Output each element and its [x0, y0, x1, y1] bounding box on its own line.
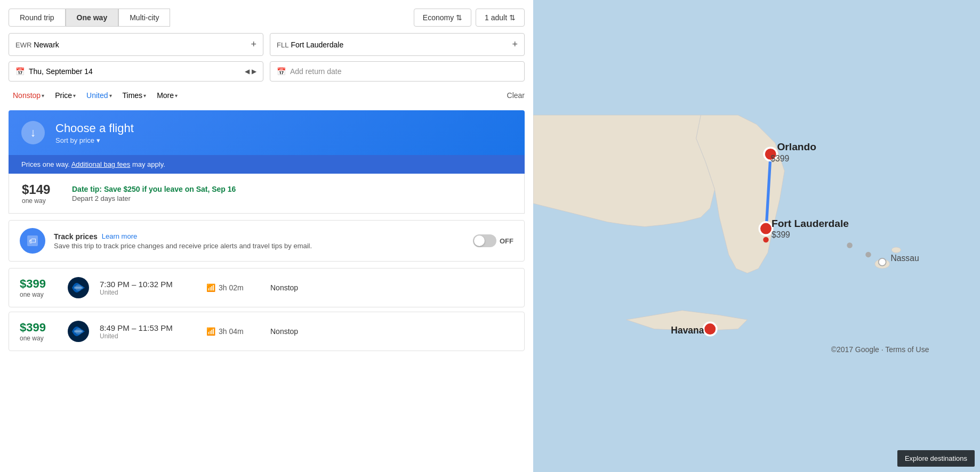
track-prices-title: Track prices [54, 232, 98, 241]
origin-add-icon[interactable]: + [251, 39, 256, 50]
date-tip-price: $149 [22, 182, 59, 197]
more-filter-arrow: ▾ [175, 93, 178, 99]
round-trip-button[interactable]: Round trip [9, 9, 66, 27]
track-prices-card: 🏷 Track prices Learn more Save this trip… [9, 220, 525, 262]
map-copyright: ©2017 Google · Terms of Use [831, 345, 929, 354]
times-filter-button[interactable]: Times ▾ [118, 89, 151, 102]
havana-label: Havana [671, 325, 704, 336]
times-filter-arrow: ▾ [143, 93, 146, 99]
flight-1-airline: United [100, 289, 196, 296]
flight-1-stops: Nonstop [270, 283, 298, 292]
trip-type-row: Round trip One way Multi-city Economy ⇅ … [9, 9, 525, 27]
calendar-icon: 📅 [15, 67, 25, 76]
calendar-return-icon: 📅 [277, 67, 286, 76]
flight-card-1[interactable]: $399 one way 7:30 PM – 10:32 PM United 📶… [9, 268, 525, 307]
nonstop-filter-arrow: ▾ [42, 93, 44, 99]
orlando-label: Orlando [777, 141, 816, 152]
date-tip-subtitle: Depart 2 days later [72, 194, 236, 202]
origin-input[interactable]: EWRNewark + [9, 33, 263, 56]
choose-flight-title: Choose a flight [55, 121, 134, 135]
one-way-button[interactable]: One way [66, 9, 119, 27]
united-filter-arrow: ▾ [109, 93, 112, 99]
flight-1-price-label: one way [20, 291, 57, 298]
fort-lauderdale-price: $399 [772, 230, 790, 239]
flight-2-times: 8:49 PM – 11:53 PM [100, 323, 196, 332]
map-svg: Orlando $399 Fort Lauderdale $399 Nassau… [533, 0, 980, 472]
destination-input[interactable]: FLLFort Lauderdale + [270, 33, 525, 56]
depart-date-picker[interactable]: 📅 Thu, September 14 ◀ ▶ [9, 61, 263, 82]
flight-2-price-label: one way [20, 335, 57, 342]
explore-destinations-button[interactable]: Explore destinations [897, 450, 975, 467]
flight-2-airline: United [100, 332, 196, 340]
svg-point-10 [763, 237, 768, 242]
price-filter-button[interactable]: Price ▾ [51, 89, 80, 102]
additional-bag-fees-link[interactable]: Additional bag fees [71, 160, 131, 168]
wifi-icon-1: 📶 [206, 283, 215, 292]
prices-banner: Prices one way. Additional bag fees may … [9, 155, 525, 174]
filter-row: Nonstop ▾ Price ▾ United ▾ Times ▾ More … [9, 89, 525, 102]
nassau-label: Nassau [890, 254, 919, 263]
destination-add-icon[interactable]: + [512, 39, 518, 50]
fort-lauderdale-label: Fort Lauderdale [772, 218, 849, 229]
track-prices-description: Save this trip to track price changes an… [54, 242, 464, 250]
date-tip-card[interactable]: $149 one way Date tip: Save $250 if you … [9, 174, 525, 214]
sort-by-button[interactable]: Sort by price ▾ [55, 136, 134, 144]
map-panel: Orlando $399 Fort Lauderdale $399 Nassau… [533, 0, 980, 472]
track-prices-icon: 🏷 [20, 228, 45, 254]
passengers-select[interactable]: 1 adult ⇅ [476, 9, 525, 27]
wifi-icon-2: 📶 [206, 327, 215, 336]
flight-2-price: $399 [20, 321, 57, 335]
flight-2-duration: 📶 3h 04m [206, 327, 260, 336]
multi-city-button[interactable]: Multi-city [118, 9, 170, 27]
toggle-label: OFF [500, 237, 513, 245]
cabin-class-select[interactable]: Economy ⇅ [414, 9, 471, 27]
flight-1-times: 7:30 PM – 10:32 PM [100, 280, 196, 289]
fort-lauderdale-marker [759, 222, 772, 235]
clear-filters-button[interactable]: Clear [507, 91, 525, 100]
flight-2-airline-logo [68, 321, 89, 342]
havana-marker [703, 322, 716, 335]
nonstop-filter-button[interactable]: Nonstop ▾ [9, 89, 49, 102]
svg-point-11 [847, 242, 852, 248]
svg-point-8 [891, 247, 901, 253]
date-tip-title: Date tip: Save $250 if you leave on Sat,… [72, 185, 236, 193]
track-prices-toggle[interactable] [473, 234, 496, 247]
nassau-marker [879, 258, 886, 266]
choose-flight-banner: ↓ Choose a flight Sort by price ▾ [9, 110, 525, 155]
prev-date-arrow[interactable]: ◀ [245, 68, 250, 75]
next-date-arrow[interactable]: ▶ [252, 68, 256, 75]
price-filter-arrow: ▾ [73, 93, 76, 99]
united-filter-button[interactable]: United ▾ [82, 89, 116, 102]
return-date-picker[interactable]: 📅 Add return date [270, 61, 525, 82]
more-filter-button[interactable]: More ▾ [152, 89, 182, 102]
date-row: 📅 Thu, September 14 ◀ ▶ 📅 Add return dat… [9, 61, 525, 82]
orlando-price: $399 [770, 154, 789, 163]
flight-2-stops: Nonstop [270, 327, 298, 336]
flight-1-duration: 📶 3h 02m [206, 283, 260, 292]
svg-text:🏷: 🏷 [29, 237, 36, 245]
svg-point-12 [865, 252, 871, 257]
flight-card-2[interactable]: $399 one way 8:49 PM – 11:53 PM United 📶… [9, 312, 525, 351]
track-prices-learn-more-link[interactable]: Learn more [102, 232, 137, 240]
choose-flight-icon: ↓ [21, 121, 45, 144]
track-prices-toggle-wrapper: OFF [473, 234, 513, 247]
flight-1-price: $399 [20, 277, 57, 291]
search-row: EWRNewark + FLLFort Lauderdale + [9, 33, 525, 56]
flight-1-airline-logo [68, 277, 89, 298]
date-tip-price-label: one way [22, 197, 59, 205]
